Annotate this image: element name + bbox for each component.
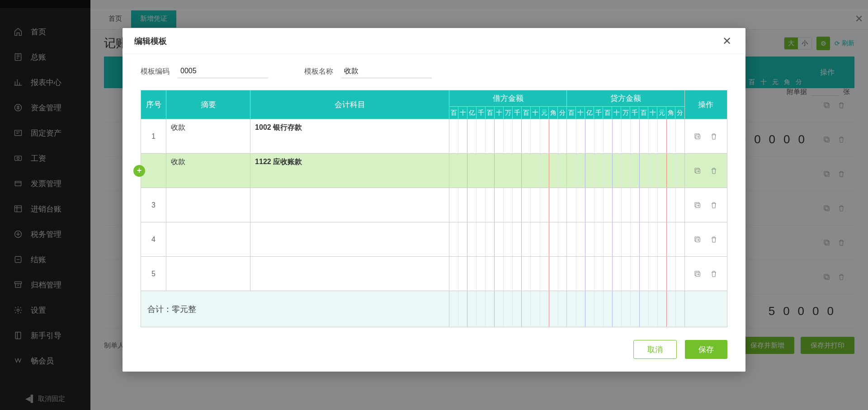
row-debit[interactable]: [449, 257, 567, 291]
row-summary[interactable]: 收款: [166, 154, 250, 188]
row-index: 4: [141, 222, 166, 257]
row-account[interactable]: [250, 188, 449, 222]
row-account[interactable]: [250, 257, 449, 291]
total-label: 合计：零元整: [141, 291, 449, 327]
row-summary[interactable]: [166, 188, 250, 222]
template-name-label: 模板名称: [304, 67, 333, 76]
modal-footer: 取消 保存: [123, 332, 745, 372]
table-row[interactable]: 5: [141, 257, 727, 291]
col-ops: 操作: [684, 90, 727, 119]
row-ops: [684, 257, 727, 291]
row-summary[interactable]: [166, 222, 250, 257]
row-index: +: [141, 154, 166, 188]
row-index: 1: [141, 119, 166, 154]
row-ops: [684, 188, 727, 222]
delete-icon[interactable]: [710, 201, 718, 209]
col-credit: 贷方金额: [567, 90, 684, 107]
row-debit[interactable]: [449, 222, 567, 257]
template-code-label: 模板编码: [141, 67, 170, 76]
total-debit-grid: [449, 291, 566, 327]
row-credit[interactable]: [567, 188, 684, 222]
delete-icon[interactable]: [710, 132, 718, 141]
col-index: 序号: [141, 90, 166, 119]
table-row[interactable]: 4: [141, 222, 727, 257]
col-summary: 摘要: [166, 90, 250, 119]
row-credit[interactable]: [567, 222, 684, 257]
row-account[interactable]: [250, 222, 449, 257]
row-summary[interactable]: [166, 257, 250, 291]
delete-icon[interactable]: [710, 270, 718, 278]
row-debit[interactable]: [449, 154, 567, 188]
row-summary[interactable]: 收款: [166, 119, 250, 154]
table-row[interactable]: 3: [141, 188, 727, 222]
add-row-button[interactable]: +: [133, 165, 145, 177]
col-debit: 借方金额: [449, 90, 567, 107]
row-credit[interactable]: [567, 119, 684, 154]
row-credit[interactable]: [567, 257, 684, 291]
row-credit[interactable]: [567, 154, 684, 188]
row-account[interactable]: 1002 银行存款: [250, 119, 449, 154]
edit-template-modal: 编辑模板 ✕ 模板编码 模板名称 序号 摘要: [123, 28, 745, 372]
save-button[interactable]: 保存: [685, 340, 727, 359]
modal-close-button[interactable]: ✕: [720, 34, 734, 48]
template-entries-table: 序号 摘要 会计科目 借方金额 贷方金额 操作 百十亿千百十万千百十元角分 百十…: [141, 90, 727, 327]
row-index: 3: [141, 188, 166, 222]
cancel-button[interactable]: 取消: [633, 340, 677, 359]
modal-title: 编辑模板: [134, 36, 167, 47]
row-account[interactable]: 1122 应收账款: [250, 154, 449, 188]
delete-icon[interactable]: [710, 167, 718, 175]
template-code-input[interactable]: [178, 65, 268, 78]
row-index: 5: [141, 257, 166, 291]
copy-icon[interactable]: [693, 132, 702, 141]
copy-icon[interactable]: [693, 201, 702, 209]
copy-icon[interactable]: [693, 270, 702, 278]
table-row[interactable]: +收款1122 应收账款: [141, 154, 727, 188]
row-ops: [684, 222, 727, 257]
row-debit[interactable]: [449, 119, 567, 154]
col-account: 会计科目: [250, 90, 449, 119]
row-debit[interactable]: [449, 188, 567, 222]
delete-icon[interactable]: [710, 236, 718, 244]
table-row[interactable]: 1收款1002 银行存款: [141, 119, 727, 154]
modal-header: 编辑模板 ✕: [123, 28, 745, 54]
template-name-input[interactable]: [341, 65, 432, 78]
total-row: 合计：零元整: [141, 291, 727, 327]
total-credit-grid: [567, 291, 684, 327]
row-ops: [684, 119, 727, 154]
copy-icon[interactable]: [693, 167, 702, 175]
row-ops: [684, 154, 727, 188]
copy-icon[interactable]: [693, 236, 702, 244]
template-form: 模板编码 模板名称: [141, 65, 727, 78]
